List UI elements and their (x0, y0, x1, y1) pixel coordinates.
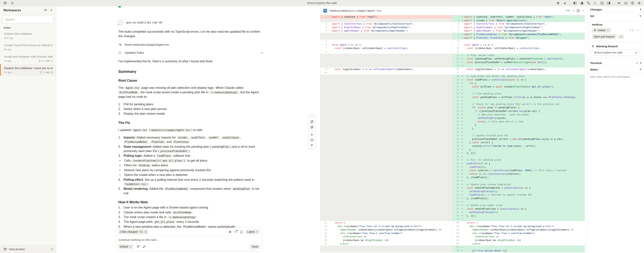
diff-view-icon[interactable] (310, 120, 314, 124)
pr-options-button[interactable] (618, 34, 624, 39)
diff-new-cell: 60 return ( (452, 221, 585, 225)
terminal-section-header[interactable]: Terminal (588, 60, 644, 66)
chevron-down-icon[interactable] (260, 51, 264, 54)
chat-transcript[interactable]: >_npm run build 2>&1 | tail -80The build… (56, 6, 320, 253)
diff-row: 9 const toggleSidebar = () => setSidebar… (320, 68, 585, 71)
diff-old-cell (320, 249, 452, 252)
help-icon[interactable] (631, 1, 634, 5)
diff-row: 14+ const previousPlanIdsRef = useRef<Se… (320, 60, 585, 64)
diff-row: 16 {sidebarOpen && <RightSidebar />}65 {… (320, 238, 585, 242)
panel-left-icon[interactable] (573, 1, 577, 5)
chevron-down-icon[interactable] (582, 10, 584, 12)
expand-icon[interactable] (636, 62, 638, 64)
diff-new-cell: 33+ } (452, 127, 585, 130)
open-pull-request-button[interactable]: Open pull request (592, 34, 616, 39)
diff-row: 46+ return () => clearInterval(interval)… (320, 172, 585, 176)
working-branch-input[interactable] (594, 51, 635, 54)
todos-icon (118, 51, 122, 54)
todo-list-icon[interactable] (234, 230, 237, 234)
active-section-label: Active (0, 24, 56, 30)
sign-out-icon[interactable] (11, 1, 14, 5)
pen-icon[interactable] (142, 245, 146, 248)
inline-code: invoke (177, 136, 188, 139)
diff-new-cell: 55+ // Handle plan modal close (452, 204, 585, 207)
workspace-item[interactable]: Create Good First Issues on Github So p6… (0, 41, 56, 53)
workspace-item[interactable]: Explore the codebase I want you to exp7h… (0, 64, 56, 76)
mode-dropdown[interactable]: Default (118, 244, 134, 249)
list-item: 1.Imports: Added necessary imports for i… (118, 135, 264, 144)
archive-box-icon[interactable] (4, 1, 7, 5)
diff-old-cell (320, 183, 452, 186)
spark-icon[interactable] (228, 230, 232, 234)
diff-old-cell (320, 148, 452, 152)
diff-new-cell: 3import { ChatInterface } from "@/compon… (452, 22, 585, 26)
git-branch-icon[interactable] (310, 144, 313, 146)
diff-old-cell (320, 138, 452, 141)
settings-gear-icon[interactable] (638, 1, 641, 5)
diff-scrollbar[interactable] (585, 15, 587, 253)
split-view-icon[interactable] (576, 9, 580, 12)
workspace-search-input[interactable] (3, 16, 53, 23)
git-label: Git (590, 14, 594, 18)
preview-monitor-icon[interactable] (310, 138, 314, 142)
git-compare-icon[interactable] (587, 1, 590, 5)
diff-new-cell: 40+ }, []); (452, 151, 585, 155)
diff-file-path[interactable]: /medusa/medusa/src/pages/Agent.tsx (329, 9, 381, 12)
diff-old-cell (320, 218, 452, 221)
collapse-all-icon[interactable] (563, 1, 567, 5)
git-section-header[interactable]: Git (588, 13, 644, 19)
attach-icon[interactable] (136, 245, 140, 248)
diff-row: 57+ setPendingPlan(null); (320, 210, 585, 214)
tool-call-row[interactable]: >_npm run build 2>&1 | tail -80 (118, 20, 264, 25)
diff-new-cell: 64 <ChatInterface /> (452, 235, 585, 238)
workspace-item[interactable]: Explore the codebase35m ago (0, 30, 56, 41)
diff-row: 17 </div>66 </div> (320, 242, 585, 246)
tool-call-row[interactable]: Read medusa/src/pages/Agent.tsx (118, 43, 264, 46)
notes-section-header[interactable]: Notes (588, 66, 644, 73)
monitor-icon[interactable] (600, 1, 604, 5)
menu-icon[interactable] (617, 1, 621, 5)
changes-section-header[interactable]: Changes (588, 6, 644, 13)
view-archive-button[interactable]: View Archive 0 (0, 245, 56, 253)
tool-call-row[interactable]: Updated Todos (118, 51, 264, 54)
workspace-item[interactable]: Install and integrate Vibe Kanban Web7h … (0, 53, 56, 64)
message-input[interactable]: Continue working on this task... (116, 236, 262, 243)
drag-handle-icon[interactable] (310, 115, 314, 116)
diff-new-cell: 45+ const interval = setInterval(loadPla… (452, 169, 585, 172)
notes-input[interactable]: Add notes about this workspace... (588, 73, 644, 80)
diff-old-cell (320, 99, 452, 102)
diff-old-cell: 10 (320, 71, 452, 75)
run-icon[interactable] (310, 133, 314, 136)
diff-new-cell: 7+import { PlanItem, PlanStatus } from "… (452, 36, 585, 40)
pause-icon[interactable] (556, 1, 560, 5)
files-changed-badge[interactable]: 2 files changed +61 -3 (118, 229, 148, 234)
diff-new-cell: 51+ setPendingPlan(null); (452, 190, 585, 193)
announcement-icon[interactable] (624, 1, 628, 5)
numbered-list: 1.Poll for pending plans2.Detect when a … (118, 102, 264, 116)
branch-dropdown[interactable]: master (592, 28, 611, 33)
copy-icon[interactable] (310, 125, 314, 129)
panel-right-icon[interactable] (607, 1, 610, 5)
more-options-icon[interactable]: ··· (636, 29, 640, 32)
layers-icon[interactable] (44, 8, 47, 12)
archive-box-icon (4, 247, 7, 251)
chevron-down-icon (129, 246, 132, 248)
diff-row: 39+ } (320, 148, 585, 152)
add-workspace-icon[interactable] (50, 8, 53, 12)
version-dropdown[interactable]: Latest (246, 229, 260, 234)
diff-new-cell: 59+ (452, 218, 585, 221)
titlebar-right-actions (556, 1, 644, 5)
diff-old-cell: 15 <ChatInterface /> (320, 235, 452, 238)
diff-old-cell (320, 120, 452, 124)
list-item: 3.Display the plan review modal (118, 112, 264, 116)
edit-pencil-icon[interactable] (635, 51, 638, 54)
send-button[interactable]: Send (250, 244, 260, 249)
terminal-icon[interactable] (594, 1, 597, 5)
inline-code: ExitPlanMode (172, 211, 193, 214)
chevron-right-icon (640, 62, 641, 64)
chat-bubble-icon[interactable] (580, 1, 584, 5)
diff-old-cell: 3import { RightSidebar } from "@/compone… (320, 26, 452, 29)
diff-new-cell: 67+ (452, 246, 585, 249)
diff-row: 53+ }, [loadPlans]); (320, 197, 585, 200)
diff-new-cell: 39+ } (452, 148, 585, 152)
